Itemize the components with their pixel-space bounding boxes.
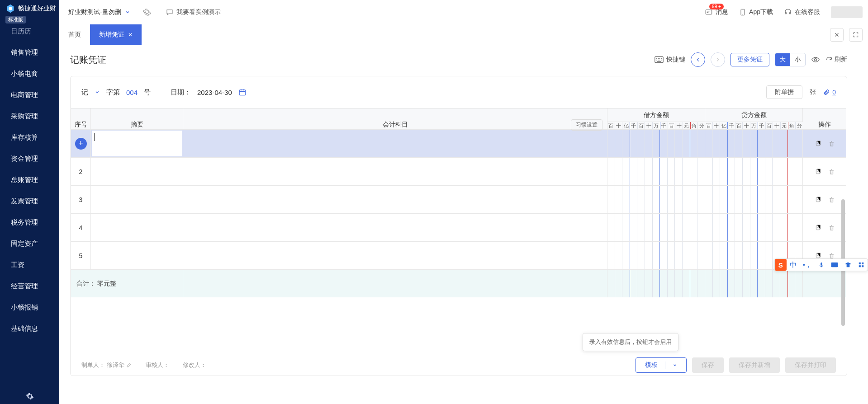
- prev-voucher-button[interactable]: [691, 52, 705, 67]
- table-row[interactable]: 3: [71, 185, 846, 213]
- nav-item-inventory[interactable]: 库存核算: [0, 127, 59, 148]
- table-row[interactable]: +: [71, 129, 846, 157]
- copy-row-icon[interactable]: [815, 168, 822, 175]
- edit-icon[interactable]: [126, 362, 132, 368]
- summary-cell[interactable]: [91, 242, 183, 269]
- refresh-button[interactable]: 刷新: [825, 56, 847, 64]
- cs-label: 在线客服: [795, 8, 820, 16]
- org-settings-icon[interactable]: [143, 8, 151, 16]
- size-small-button[interactable]: 小: [790, 53, 805, 66]
- nav-item-ecom2[interactable]: 电商管理: [0, 85, 59, 106]
- digit-cell: 百: [607, 122, 615, 129]
- nav-item-sales[interactable]: 销售管理: [0, 42, 59, 63]
- nav-item-base[interactable]: 基础信息: [0, 318, 59, 339]
- fullscreen-icon[interactable]: [849, 28, 863, 42]
- delete-row-icon[interactable]: [828, 168, 835, 175]
- voucher-word[interactable]: 记: [81, 88, 88, 97]
- delete-row-icon[interactable]: [828, 196, 835, 203]
- template-button[interactable]: 模板: [636, 357, 687, 373]
- summary-cell[interactable]: [91, 130, 183, 157]
- customer-service-link[interactable]: 在线客服: [784, 8, 820, 16]
- size-large-button[interactable]: 大: [775, 53, 790, 66]
- copy-row-icon[interactable]: [815, 140, 822, 147]
- attachment-count[interactable]: 0: [823, 89, 836, 96]
- nav-item-expense[interactable]: 小畅报销: [0, 297, 59, 318]
- copy-row-icon[interactable]: [815, 224, 822, 231]
- ime-toolbox-icon[interactable]: [855, 262, 868, 268]
- debit-cell[interactable]: [607, 214, 705, 241]
- next-voucher-button[interactable]: [711, 52, 725, 67]
- credit-cell[interactable]: [705, 130, 803, 157]
- delete-row-icon[interactable]: [828, 140, 835, 147]
- ime-punct-icon[interactable]: •，: [800, 261, 815, 269]
- more-vouchers-button[interactable]: 更多凭证: [730, 53, 769, 66]
- org-selector[interactable]: 好业财测试-量勿删: [65, 6, 134, 18]
- digit-cell: 角: [788, 122, 796, 129]
- tooltip: 录入有效信息后，按钮才会启用: [583, 333, 678, 351]
- table-row[interactable]: 5: [71, 241, 846, 269]
- account-cell[interactable]: [183, 214, 607, 241]
- app-label: App下载: [749, 8, 773, 16]
- summary-input[interactable]: [92, 131, 182, 156]
- ime-toolbar[interactable]: S 中 •，: [774, 258, 868, 271]
- app-download-link[interactable]: App下载: [739, 8, 773, 16]
- eye-icon[interactable]: [811, 56, 820, 63]
- nav-item-0[interactable]: 日历历: [0, 26, 59, 42]
- ime-mic-icon[interactable]: [815, 261, 828, 268]
- table-row[interactable]: 2: [71, 157, 846, 185]
- seq-cell: 3: [71, 186, 91, 213]
- voucher-number[interactable]: 004: [126, 89, 138, 96]
- digit-cell: 十: [773, 122, 781, 129]
- nav-item-asset[interactable]: 固定资产: [0, 233, 59, 254]
- shortcut-button[interactable]: 快捷键: [655, 56, 685, 64]
- account-cell[interactable]: [183, 130, 607, 157]
- ime-skin-icon[interactable]: [841, 262, 855, 268]
- tab-new-voucher[interactable]: 新增凭证 ✕: [90, 24, 142, 45]
- voucher-table: 序号 摘要 会计科目 习惯设置 借方金额 百十亿千百十万千百十元角分 贷方金额 …: [71, 108, 846, 297]
- nav-item-ledger[interactable]: 总账管理: [0, 169, 59, 191]
- avatar[interactable]: [831, 6, 863, 18]
- attach-button[interactable]: 附单据: [766, 85, 802, 99]
- account-cell[interactable]: [183, 242, 607, 269]
- nav-item-tax[interactable]: 税务管理: [0, 212, 59, 233]
- close-icon[interactable]: ✕: [128, 32, 133, 38]
- credit-cell[interactable]: [705, 186, 803, 213]
- table-row[interactable]: 4: [71, 213, 846, 241]
- debit-cell[interactable]: [607, 130, 705, 157]
- account-cell[interactable]: [183, 158, 607, 185]
- chevron-down-icon: [125, 9, 130, 15]
- voucher-date[interactable]: 2023-04-30: [197, 89, 232, 96]
- calendar-icon[interactable]: [238, 88, 247, 96]
- debit-cell[interactable]: [607, 186, 705, 213]
- summary-cell[interactable]: [91, 214, 183, 241]
- ime-lang[interactable]: 中: [787, 261, 800, 269]
- card-footer: 制单人： 徐泽华 审核人： 修改人： 模板 保存 保存并新增 保存并打印: [71, 354, 847, 376]
- tab-close-all-icon[interactable]: [830, 28, 844, 42]
- add-row-button[interactable]: +: [75, 138, 87, 150]
- summary-cell[interactable]: [91, 158, 183, 185]
- delete-row-icon[interactable]: [828, 224, 835, 231]
- nav-item-invoice[interactable]: 发票管理: [0, 191, 59, 212]
- debit-cell[interactable]: [607, 158, 705, 185]
- nav-item-salary[interactable]: 工资: [0, 254, 59, 276]
- credit-cell[interactable]: [705, 158, 803, 185]
- tab-home[interactable]: 首页: [59, 24, 90, 45]
- ime-keyboard-icon[interactable]: [828, 262, 841, 268]
- summary-cell[interactable]: [91, 186, 183, 213]
- nav-item-purchase[interactable]: 采购管理: [0, 106, 59, 127]
- demo-link[interactable]: 我要看实例演示: [166, 8, 221, 16]
- debit-cell[interactable]: [607, 242, 705, 269]
- top-header: 好业财测试-量勿删 我要看实例演示 99 + 消息 App下载: [59, 0, 868, 24]
- chevron-down-icon[interactable]: [95, 89, 100, 95]
- nav-item-fund[interactable]: 资金管理: [0, 148, 59, 169]
- nav-item-ecom1[interactable]: 小畅电商: [0, 63, 59, 85]
- copy-row-icon[interactable]: [815, 196, 822, 203]
- account-cell[interactable]: [183, 186, 607, 213]
- sidebar: 畅捷通好业财 标准版 日历历 销售管理 小畅电商 电商管理 采购管理 库存核算 …: [0, 0, 59, 404]
- op-cell: [803, 130, 846, 157]
- habit-settings-button[interactable]: 习惯设置: [571, 119, 602, 131]
- nav-item-biz[interactable]: 经营管理: [0, 276, 59, 297]
- credit-cell[interactable]: [705, 214, 803, 241]
- messages-link[interactable]: 99 + 消息: [705, 8, 728, 16]
- sidebar-settings-icon[interactable]: [26, 392, 34, 400]
